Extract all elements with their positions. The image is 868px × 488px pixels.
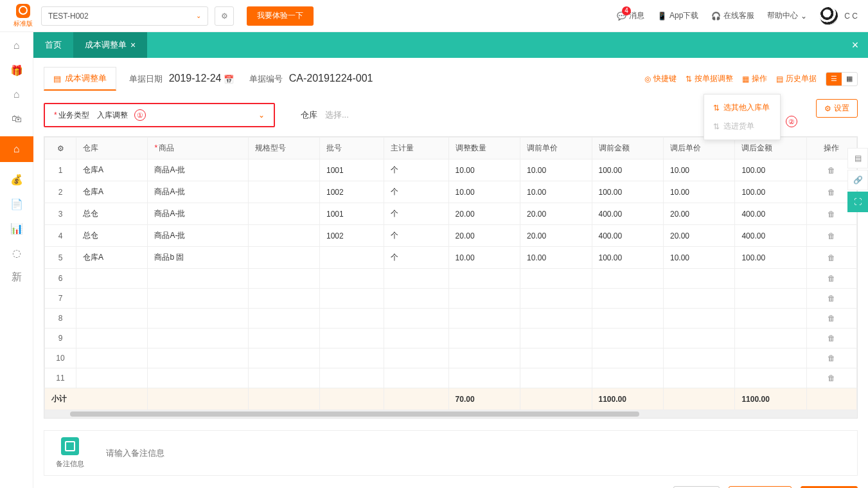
adjust-by-bill-link[interactable]: ⇅按单据调整 bbox=[686, 73, 733, 84]
support-link[interactable]: 🎧 在线客服 bbox=[711, 10, 754, 21]
chevron-down-icon: ⌄ bbox=[258, 111, 265, 120]
tab-home[interactable]: 首页 bbox=[33, 32, 73, 58]
calendar-icon[interactable]: 📅 bbox=[224, 75, 234, 84]
required-mark: * bbox=[54, 111, 57, 120]
gear-column-icon[interactable]: ⚙ bbox=[45, 138, 76, 159]
subtotal-row: 小计 70.00 1100.00 1100.00 bbox=[45, 388, 857, 410]
delete-icon[interactable]: 🗑 bbox=[828, 210, 835, 219]
table-row[interactable]: 3 总仓 商品A-批 1001 个 20.00 20.00 400.00 20.… bbox=[45, 203, 857, 225]
doc-date: 单据日期 2019-12-24 📅 bbox=[129, 73, 236, 85]
delete-icon[interactable]: 🗑 bbox=[828, 374, 835, 383]
message-badge: 4 bbox=[622, 6, 631, 15]
grid-icon: ▦ bbox=[742, 75, 749, 84]
table-row[interactable]: 11 🗑 bbox=[45, 368, 857, 388]
right-rail: ▤ 🔗 ⛶ bbox=[847, 148, 868, 212]
nav-house-icon[interactable]: ⌂ bbox=[10, 87, 24, 102]
help-link[interactable]: 帮助中心 ⌄ bbox=[767, 10, 807, 21]
table-row[interactable]: 9 🗑 bbox=[45, 329, 857, 348]
card-view-icon[interactable]: ▦ bbox=[842, 73, 857, 86]
nav-doc-icon[interactable]: 📄 bbox=[10, 197, 24, 211]
nav-report-icon[interactable]: 📊 bbox=[10, 221, 24, 235]
header-right: 💬 4 消息 📱 App下载 🎧 在线客服 帮助中心 ⌄ C C bbox=[617, 7, 858, 25]
trial-cta-button[interactable]: 我要体验一下 bbox=[247, 6, 314, 26]
remark-label: 备注信息 bbox=[44, 431, 96, 475]
table-row[interactable]: 5 仓库A 商品b 固 个 10.00 10.00 100.00 10.00 1… bbox=[45, 247, 857, 269]
tab-cost-adjust[interactable]: 成本调整单 × bbox=[73, 32, 147, 58]
table-row[interactable]: 8 🗑 bbox=[45, 309, 857, 329]
chevron-down-icon: ⌄ bbox=[196, 12, 201, 19]
nav-home-icon[interactable]: ⌂ bbox=[10, 39, 24, 53]
table-header: ⚙ 仓库 *商品 规格型号 批号 主计量 调整数量 调前单价 调前金额 调后单价… bbox=[45, 138, 857, 159]
document-header: ▤ 成本调整单 单据日期 2019-12-24 📅 单据编号 CA-201912… bbox=[44, 67, 858, 91]
warehouse-select[interactable]: 仓库 选择... bbox=[301, 109, 349, 121]
user-menu[interactable]: C C bbox=[820, 7, 858, 25]
delete-icon[interactable]: 🗑 bbox=[828, 354, 835, 363]
delete-icon[interactable]: 🗑 bbox=[828, 334, 835, 343]
brand-logo: 标准版 bbox=[10, 4, 36, 28]
delete-icon[interactable]: 🗑 bbox=[828, 274, 835, 283]
table-row[interactable]: 1 仓库A 商品A-批 1001 个 10.00 10.00 100.00 10… bbox=[45, 159, 857, 181]
side-nav: ⌂ 🎁 ⌂ 🛍 ⌂ 💰 📄 📊 ◌ 新 bbox=[0, 32, 33, 488]
gear-icon: ⚙ bbox=[824, 104, 831, 113]
doc-actions: ◎快捷键 ⇅按单据调整 ▦操作 ▤历史单据 ☰ ▦ bbox=[644, 72, 858, 86]
org-name: TEST-H002 bbox=[48, 12, 89, 21]
org-settings-button[interactable]: ⚙ bbox=[215, 6, 234, 26]
delete-icon[interactable]: 🗑 bbox=[828, 231, 835, 240]
edition-label: 标准版 bbox=[13, 20, 33, 27]
close-all-tabs[interactable]: × bbox=[842, 39, 868, 52]
shortcut-link[interactable]: ◎快捷键 bbox=[644, 73, 677, 84]
settings-button[interactable]: ⚙设置 bbox=[816, 99, 858, 118]
avatar bbox=[820, 7, 838, 25]
delete-icon[interactable]: 🗑 bbox=[828, 188, 835, 197]
gear-icon: ⚙ bbox=[221, 12, 228, 21]
history-icon: ▤ bbox=[776, 75, 783, 84]
nav-bag-icon[interactable]: 🛍 bbox=[10, 112, 24, 126]
logo-icon bbox=[16, 4, 30, 18]
org-selector[interactable]: TEST-H002 ⌄ bbox=[41, 6, 208, 26]
annotation-1: ① bbox=[134, 109, 146, 121]
delete-icon[interactable]: 🗑 bbox=[828, 166, 835, 175]
table-row[interactable]: 4 总仓 商品A-批 1002 个 20.00 20.00 400.00 20.… bbox=[45, 225, 857, 247]
table-row[interactable]: 7 🗑 bbox=[45, 289, 857, 309]
filter-row: * 业务类型 入库调整 ① ⌄ 仓库 选择... ⇅选其他入库单 ⇅选进货单 ②… bbox=[44, 98, 858, 136]
messages-link[interactable]: 💬 4 消息 bbox=[617, 10, 644, 21]
table-row[interactable]: 10 🗑 bbox=[45, 348, 857, 368]
rail-note-icon[interactable]: ▤ bbox=[847, 148, 868, 168]
swap-icon: ⇅ bbox=[713, 122, 720, 131]
business-type-select[interactable]: * 业务类型 入库调整 ① ⌄ bbox=[44, 103, 275, 127]
footer-actions: 放弃 保存草稿 保存⌄ bbox=[44, 476, 858, 488]
close-icon[interactable]: × bbox=[130, 40, 136, 50]
history-link[interactable]: ▤历史单据 bbox=[776, 73, 817, 84]
nav-money-icon[interactable]: 💰 bbox=[10, 172, 24, 186]
chevron-down-icon: ⌄ bbox=[801, 12, 807, 21]
line-items-grid: ⚙ 仓库 *商品 规格型号 批号 主计量 调整数量 调前单价 调前金额 调后单价… bbox=[44, 136, 858, 419]
select-other-inbound[interactable]: ⇅选其他入库单 bbox=[704, 98, 780, 117]
messages-label: 消息 bbox=[629, 10, 644, 21]
nav-sync-icon[interactable]: ◌ bbox=[10, 246, 24, 260]
table-row[interactable]: 6 🗑 bbox=[45, 269, 857, 289]
document-type-tab[interactable]: ▤ 成本调整单 bbox=[44, 67, 116, 91]
delete-icon[interactable]: 🗑 bbox=[828, 294, 835, 303]
rail-link-icon[interactable]: 🔗 bbox=[847, 170, 868, 190]
doc-number: 单据编号 CA-20191224-001 bbox=[249, 73, 373, 85]
workspace-tabs: 首页 成本调整单 × × bbox=[33, 32, 868, 58]
annotation-2: ② bbox=[786, 116, 797, 127]
list-view-icon[interactable]: ☰ bbox=[826, 73, 842, 86]
swap-icon: ⇅ bbox=[713, 104, 720, 113]
horizontal-scrollbar[interactable] bbox=[44, 410, 857, 418]
remark-input[interactable] bbox=[96, 431, 857, 475]
rail-expand-icon[interactable]: ⛶ bbox=[847, 192, 868, 212]
app-download-link[interactable]: 📱 App下载 bbox=[657, 10, 698, 21]
remark-section: 备注信息 bbox=[44, 430, 858, 476]
delete-icon[interactable]: 🗑 bbox=[828, 314, 835, 323]
target-icon: ◎ bbox=[644, 75, 651, 84]
view-toggle: ☰ ▦ bbox=[826, 72, 858, 86]
nav-gift-icon[interactable]: 🎁 bbox=[10, 63, 24, 77]
nav-new-icon[interactable]: 新 bbox=[10, 270, 24, 284]
select-purchase-bill: ⇅选进货单 bbox=[704, 117, 780, 136]
phone-icon: 📱 bbox=[657, 12, 667, 21]
table-row[interactable]: 2 仓库A 商品A-批 1002 个 10.00 10.00 100.00 10… bbox=[45, 181, 857, 203]
nav-warehouse-icon[interactable]: ⌂ bbox=[0, 136, 33, 162]
delete-icon[interactable]: 🗑 bbox=[828, 253, 835, 262]
operation-link[interactable]: ▦操作 bbox=[742, 73, 767, 84]
